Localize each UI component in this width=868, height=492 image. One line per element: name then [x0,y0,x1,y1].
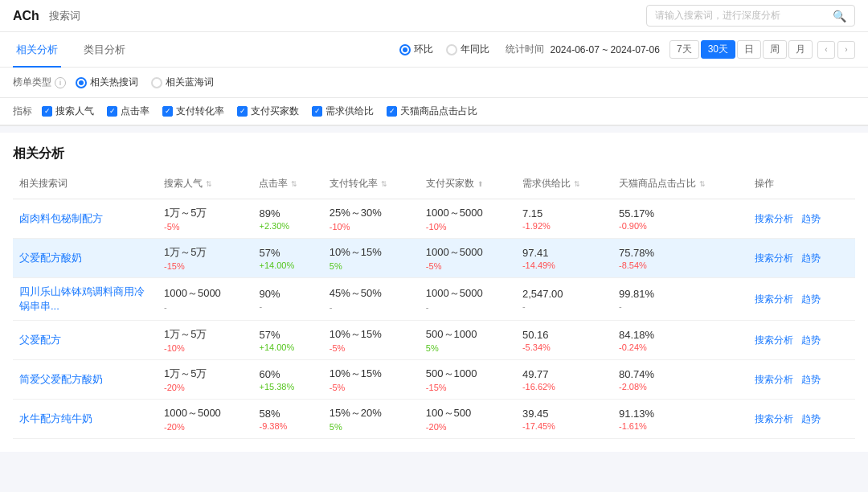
action-search-4[interactable]: 搜索分析 [755,374,793,385]
radio-group: 环比 年同比 [399,43,489,56]
tab-correlation[interactable]: 相关分析 [13,32,61,68]
td-search-pop-4: 1万～5万 -20% [158,360,252,400]
action-trend-0[interactable]: 趋势 [801,213,821,224]
action-trend-1[interactable]: 趋势 [801,252,821,264]
th-pay-conv[interactable]: 支付转化率 ⇅ [323,169,420,199]
td-click-rate-4: 60% +15.38% [252,360,322,400]
td-pay-buyers-2: 1000～5000 - [420,278,516,321]
radio-yontongbi[interactable]: 年同比 [446,43,489,56]
sort-icon-supply: ⇅ [574,180,580,188]
th-action: 操作 [748,169,855,199]
time-label: 统计时间 [506,43,544,56]
checkbox-box-search-pop [42,106,52,117]
td-keyword-3[interactable]: 父爱配方 [13,321,158,360]
filter-blue-dot [151,77,162,88]
td-pay-conv-0: 25%～30% -10% [323,199,420,239]
sort-icon-pay-buyers: ⬆ [477,180,484,188]
btn-7day[interactable]: 7天 [669,40,699,59]
prev-arrow[interactable]: ‹ [817,41,835,59]
checkbox-box-pay-buyers [237,106,248,117]
search-box[interactable]: 请输入搜索词，进行深度分析 🔍 [646,5,855,27]
td-pay-buyers-3: 500～1000 5% [420,321,516,360]
td-keyword-2[interactable]: 四川乐山钵钵鸡调料商用冷锅串串... [13,278,158,321]
th-supply[interactable]: 需求供给比 ⇅ [516,169,612,199]
action-trend-3[interactable]: 趋势 [801,334,821,346]
search-placeholder: 请输入搜索词，进行深度分析 [655,9,780,23]
table-row: 水牛配方纯牛奶 1000～5000 -20% 58% -9.38% 15%～20… [13,400,855,439]
filter-row: 榜单类型 i 相关热搜词 相关蓝海词 [0,68,868,98]
td-search-pop-0: 1万～5万 -5% [158,199,252,239]
action-trend-5[interactable]: 趋势 [801,413,821,424]
td-action-2: 搜索分析 趋势 [748,278,855,321]
checkbox-box-click-rate [107,106,117,117]
radio-dot-yontongbi [446,44,457,55]
table-row: 父爱配方 1万～5万 -10% 57% +14.00% 10%～15% -5% … [13,321,855,360]
section-correlation: 相关分析 相关搜索词 搜索人气 ⇅ 点击率 [0,133,868,452]
radio-label-yontongbi: 年同比 [461,43,489,56]
td-pay-conv-3: 10%～15% -5% [323,321,420,360]
td-click-rate-1: 57% +14.00% [252,239,322,278]
radio-huanbi[interactable]: 环比 [399,43,433,56]
btn-week[interactable]: 周 [763,40,787,59]
th-tmall[interactable]: 天猫商品点击占比 ⇅ [612,169,748,199]
btn-day[interactable]: 日 [737,40,761,59]
td-action-3: 搜索分析 趋势 [748,321,855,360]
td-tmall-0: 55.17% -0.90% [612,199,748,239]
action-trend-4[interactable]: 趋势 [801,374,821,385]
td-pay-conv-5: 15%～20% 5% [323,400,420,439]
checkbox-pay-conv[interactable]: 支付转化率 [162,105,224,118]
checkbox-box-tmall [387,106,397,117]
search-icon: 🔍 [833,10,846,23]
filter-hot[interactable]: 相关热搜词 [76,76,138,89]
checkbox-search-pop[interactable]: 搜索人气 [42,105,94,118]
filter-label: 榜单类型 i [13,76,66,89]
checkbox-pay-buyers[interactable]: 支付买家数 [237,105,299,118]
filter-blue[interactable]: 相关蓝海词 [151,76,214,89]
td-keyword-5[interactable]: 水牛配方纯牛奶 [13,400,158,439]
td-tmall-4: 80.74% -2.08% [612,360,748,400]
time-buttons: 7天 30天 日 周 月 [669,40,813,59]
action-search-2[interactable]: 搜索分析 [755,293,793,305]
next-arrow[interactable]: › [837,41,855,59]
action-search-0[interactable]: 搜索分析 [755,213,793,224]
th-search-pop[interactable]: 搜索人气 ⇅ [158,169,252,199]
radio-label-huanbi: 环比 [414,43,433,56]
td-keyword-0[interactable]: 卤肉料包秘制配方 [13,199,158,239]
td-supply-0: 7.15 -1.92% [516,199,612,239]
btn-30day[interactable]: 30天 [701,40,735,59]
data-table: 相关搜索词 搜索人气 ⇅ 点击率 ⇅ [13,169,855,439]
checkbox-box-pay-conv [162,106,173,117]
td-action-4: 搜索分析 趋势 [748,360,855,400]
sort-icon-pay-conv: ⇅ [381,180,387,188]
btn-month[interactable]: 月 [788,40,813,59]
section-title: 相关分析 [0,133,868,169]
sort-icon-tmall: ⇅ [699,180,706,188]
checkbox-tmall[interactable]: 天猫商品点击占比 [387,105,477,118]
td-action-1: 搜索分析 趋势 [748,239,855,278]
action-search-1[interactable]: 搜索分析 [755,252,793,264]
td-pay-conv-4: 10%～15% -5% [323,360,420,400]
checkbox-supply[interactable]: 需求供给比 [312,105,374,118]
tab-category[interactable]: 类目分析 [80,32,129,68]
td-supply-4: 49.77 -16.62% [516,360,612,400]
td-pay-conv-1: 10%～15% 5% [323,239,420,278]
action-trend-2[interactable]: 趋势 [801,293,821,305]
table-row: 父爱配方酸奶 1万～5万 -15% 57% +14.00% 10%～15% 5%… [13,239,855,278]
indicators-label: 指标 [13,105,32,118]
indicators-row: 指标 搜索人气 点击率 支付转化率 支付买家数 需求供给比 天猫商品点击占比 [0,98,868,126]
table-header-row: 相关搜索词 搜索人气 ⇅ 点击率 ⇅ [13,169,855,199]
td-keyword-4[interactable]: 简爱父爱配方酸奶 [13,360,158,400]
action-search-5[interactable]: 搜索分析 [755,413,793,424]
checkbox-click-rate[interactable]: 点击率 [107,105,149,118]
td-click-rate-3: 57% +14.00% [252,321,322,360]
td-keyword-1[interactable]: 父爱配方酸奶 [13,239,158,278]
td-tmall-5: 91.13% -1.61% [612,400,748,439]
th-pay-buyers[interactable]: 支付买家数 ⬆ [420,169,516,199]
th-click-rate[interactable]: 点击率 ⇅ [252,169,322,199]
th-keyword: 相关搜索词 [13,169,158,199]
action-search-3[interactable]: 搜索分析 [755,334,793,346]
sort-icon-search-pop: ⇅ [206,180,212,188]
td-action-0: 搜索分析 趋势 [748,199,855,239]
td-tmall-3: 84.18% -0.24% [612,321,748,360]
td-supply-5: 39.45 -17.45% [516,400,612,439]
